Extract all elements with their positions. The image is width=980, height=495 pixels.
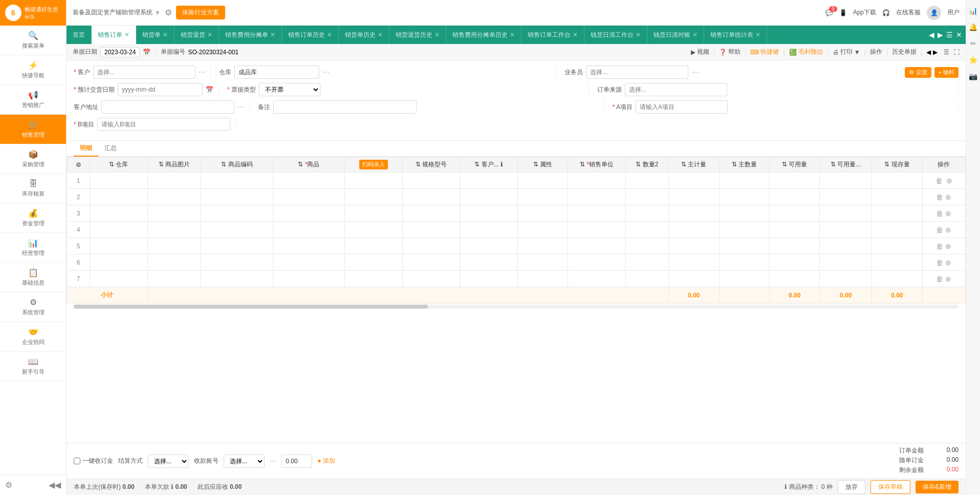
horizontal-scrollbar[interactable] bbox=[74, 305, 959, 309]
sort-icon[interactable]: ⇅ bbox=[884, 161, 889, 168]
row-product[interactable] bbox=[273, 173, 345, 189]
tab-menu-icon[interactable]: ☰ bbox=[945, 31, 954, 39]
delete-icon[interactable]: 🗑 bbox=[936, 193, 943, 201]
sidebar-item-collab[interactable]: 🤝 企业协同 bbox=[0, 322, 66, 352]
sort-icon[interactable]: ⇅ bbox=[109, 161, 114, 168]
add-button[interactable]: ● 添加 bbox=[317, 457, 335, 465]
tab-expense-history[interactable]: 销售费用分摊单历史 ✕ bbox=[446, 26, 521, 44]
calendar-icon[interactable]: 📅 bbox=[143, 49, 150, 56]
row-main-qty[interactable] bbox=[719, 173, 769, 189]
rp-chart-icon[interactable]: 📊 bbox=[968, 5, 979, 16]
avatar[interactable]: 👤 bbox=[927, 6, 941, 20]
discard-button[interactable]: 放弃 bbox=[838, 480, 865, 494]
sidebar-item-purchase[interactable]: 📦 采购管理 bbox=[0, 144, 66, 174]
sidebar-item-sales[interactable]: 🛒 销售管理 bbox=[0, 115, 66, 144]
tab-sales-history[interactable]: 销售订单历史 ✕ bbox=[282, 26, 339, 44]
sidebar-item-finance[interactable]: 💰 资金管理 bbox=[0, 203, 66, 233]
tab-close-icon[interactable]: ✕ bbox=[510, 31, 515, 38]
row-code[interactable] bbox=[201, 173, 273, 189]
copy-icon[interactable]: ⊕ bbox=[945, 226, 951, 234]
profit-btn[interactable]: 💹 毛利预估 bbox=[789, 48, 823, 56]
sort-icon[interactable]: ⇅ bbox=[221, 161, 226, 168]
rp-star-icon[interactable]: ⭐ bbox=[968, 54, 979, 66]
warehouse-input[interactable] bbox=[234, 66, 319, 79]
settings-icon[interactable]: ⚙ bbox=[5, 480, 12, 490]
tab-return-history[interactable]: 销货退货历史 ✕ bbox=[389, 26, 446, 44]
address-input[interactable] bbox=[101, 100, 234, 114]
sort-icon[interactable]: ⇅ bbox=[636, 161, 641, 168]
customer-input[interactable] bbox=[93, 66, 195, 79]
tab-right-arrow[interactable]: ▶ bbox=[936, 31, 945, 39]
copy-icon[interactable]: ⊕ bbox=[945, 193, 951, 201]
tab-sales-order[interactable]: 销售订单 ✕ bbox=[92, 26, 136, 44]
address-dots[interactable]: ··· bbox=[237, 102, 244, 112]
tab-close-icon[interactable]: ✕ bbox=[378, 31, 383, 38]
sort-icon[interactable]: ⇅ bbox=[298, 161, 303, 168]
sidebar-item-base[interactable]: 📋 基础信息 bbox=[0, 263, 66, 292]
a-project-input[interactable] bbox=[636, 100, 728, 114]
amount-input[interactable] bbox=[281, 455, 312, 468]
history-btn[interactable]: 历史单据 bbox=[892, 48, 917, 56]
sort-icon[interactable]: ⇅ bbox=[159, 161, 164, 168]
tab-close-all-icon[interactable]: ✕ bbox=[954, 31, 964, 39]
row-unit[interactable] bbox=[568, 173, 626, 189]
settings-gear-icon[interactable]: ⚙ bbox=[165, 8, 172, 17]
sort-icon[interactable]: ⇅ bbox=[732, 161, 737, 168]
delete-icon[interactable]: 🗑 bbox=[936, 275, 943, 283]
tab-close-icon[interactable]: ✕ bbox=[124, 31, 129, 38]
message-icon[interactable]: 💬 9 bbox=[825, 9, 833, 16]
tab-summary[interactable]: 汇总 bbox=[98, 141, 123, 157]
delete-icon[interactable]: 🗑 bbox=[936, 209, 943, 218]
sidebar-item-quicknav[interactable]: ⚡ 快捷导航 bbox=[0, 55, 66, 85]
sidebar-item-inventory[interactable]: 🗄 库存核算 bbox=[0, 174, 66, 203]
online-service-label[interactable]: 在线客服 bbox=[896, 8, 921, 17]
row-attr[interactable] bbox=[517, 173, 568, 189]
tab-close-icon[interactable]: ✕ bbox=[327, 31, 332, 38]
row-warehouse[interactable] bbox=[90, 173, 148, 189]
save-new-button[interactable]: 保存&新增 bbox=[916, 481, 959, 493]
account-dots[interactable]: ··· bbox=[270, 457, 276, 466]
rp-edit-icon[interactable]: ✏ bbox=[968, 38, 979, 49]
rp-camera-icon[interactable]: 📷 bbox=[968, 71, 979, 82]
print-btn[interactable]: 🖨 打印 ▼ bbox=[833, 48, 860, 56]
tab-close-icon[interactable]: ✕ bbox=[207, 31, 212, 38]
sort-icon[interactable]: ⇅ bbox=[474, 161, 480, 168]
row-spec[interactable] bbox=[402, 173, 460, 189]
customer-dots[interactable]: ··· bbox=[199, 68, 205, 77]
delivery-calendar-icon[interactable]: 📅 bbox=[206, 86, 213, 93]
salesman-input[interactable] bbox=[586, 66, 688, 79]
sidebar-item-operations[interactable]: 📊 经营管理 bbox=[0, 233, 66, 263]
scan-button[interactable]: 扫码录入 bbox=[359, 160, 388, 169]
next-record-icon[interactable]: ▶ bbox=[933, 49, 938, 56]
sort-icon[interactable]: ⇅ bbox=[681, 161, 686, 168]
sort-icon[interactable]: ⇅ bbox=[831, 161, 836, 168]
delete-icon[interactable]: 🗑 bbox=[936, 226, 943, 234]
rp-bell-icon[interactable]: 🔔 bbox=[968, 21, 979, 33]
remark-input[interactable] bbox=[273, 100, 417, 114]
sort-icon[interactable]: ⇅ bbox=[782, 161, 787, 168]
copy-icon[interactable]: ⊕ bbox=[946, 177, 952, 185]
delete-icon[interactable]: 🗑 bbox=[935, 177, 943, 185]
app-download-label[interactable]: App下载 bbox=[853, 8, 876, 17]
operations-btn[interactable]: 操作 bbox=[870, 48, 882, 56]
tab-close-icon[interactable]: ✕ bbox=[755, 31, 760, 38]
copy-icon[interactable]: ⊕ bbox=[945, 259, 951, 267]
save-draft-button[interactable]: 保存草稿 bbox=[870, 480, 910, 494]
tab-sales-stats[interactable]: 销售订单统计表 ✕ bbox=[704, 26, 767, 44]
tab-close-icon[interactable]: ✕ bbox=[636, 31, 641, 38]
tab-sales-expense[interactable]: 销售费用分摊单 ✕ bbox=[219, 26, 282, 44]
order-source-input[interactable] bbox=[625, 83, 727, 96]
prev-record-icon[interactable]: ◀ bbox=[926, 49, 931, 56]
tab-close-icon[interactable]: ✕ bbox=[434, 31, 440, 38]
sidebar-item-system[interactable]: ⚙ 系统管理 bbox=[0, 292, 66, 322]
addrow-button[interactable]: + 物料 bbox=[934, 67, 959, 78]
tab-detail[interactable]: 明细 bbox=[74, 141, 98, 157]
tab-bill-history[interactable]: 销货单历史 ✕ bbox=[339, 26, 389, 44]
settlement-select[interactable]: 选择... bbox=[148, 455, 189, 468]
tab-close-icon[interactable]: ✕ bbox=[692, 31, 698, 38]
copy-icon[interactable]: ⊕ bbox=[945, 275, 951, 283]
help-btn[interactable]: ❓ 帮助 bbox=[719, 48, 741, 56]
one-click-label[interactable]: 一键收订金 bbox=[74, 457, 113, 465]
tab-left-arrow[interactable]: ◀ bbox=[927, 31, 936, 39]
tab-sales-return[interactable]: 销货退货 ✕ bbox=[175, 26, 219, 44]
